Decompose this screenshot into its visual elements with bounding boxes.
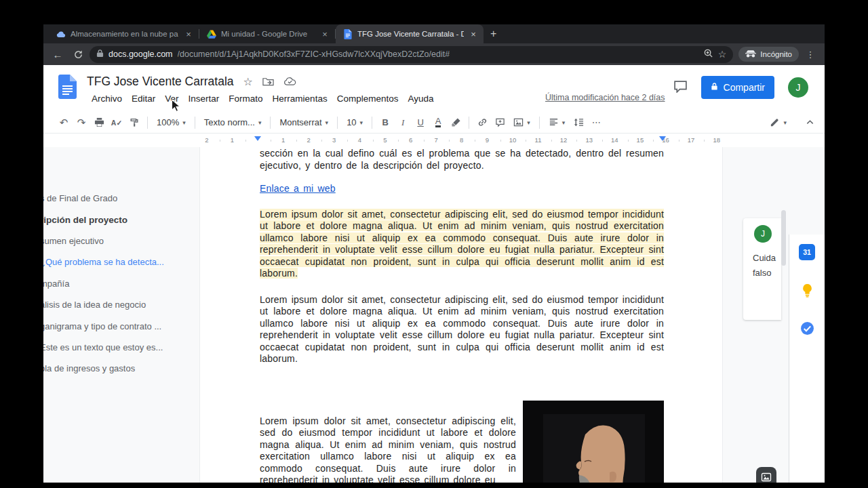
ruler-number: 13 [576, 134, 602, 147]
url-domain: docs.google.com [108, 49, 173, 59]
cloud-saved-icon[interactable] [283, 77, 296, 86]
ruler-number: 18 [704, 134, 730, 147]
comment-card[interactable]: J Cuida falso [743, 218, 781, 320]
tab-close-icon[interactable]: × [469, 29, 478, 39]
keep-icon[interactable] [799, 282, 815, 298]
comment-line: Cuida [753, 251, 781, 266]
paragraph-intro[interactable]: sección en la cual defino cuál es el pro… [260, 148, 664, 171]
add-comment-icon[interactable] [492, 115, 508, 131]
menu-item[interactable]: Formato [224, 92, 267, 105]
spellcheck-icon[interactable]: A✓ [108, 115, 125, 131]
comment-text: Cuida falso [753, 251, 781, 281]
header-center: TFG Jose Vicente Carratala ☆ ArchivoEdit… [87, 73, 528, 105]
undo-icon[interactable]: ↶ [56, 115, 72, 131]
reload-button[interactable] [69, 45, 87, 63]
ruler-number: 14 [602, 134, 628, 147]
incognito-badge: Incógnito [738, 47, 799, 62]
tab-google-drive[interactable]: Mi unidad - Google Drive × [199, 24, 335, 43]
menu-item[interactable]: Complementos [332, 92, 403, 105]
docs-favicon-icon [342, 29, 353, 39]
editing-mode-select[interactable]: ▾ [766, 115, 791, 131]
tab-docs-active[interactable]: TFG Jose Vicente Carratala - D × [336, 24, 484, 43]
explore-button[interactable] [756, 467, 776, 483]
bookmark-star-icon[interactable]: ☆ [718, 49, 727, 60]
font-size-select[interactable]: 10▾ [342, 115, 367, 131]
align-select[interactable]: ▾ [545, 115, 570, 131]
ruler-number: 17 [678, 134, 704, 147]
drive-favicon-icon [206, 29, 216, 39]
tasks-icon[interactable] [799, 320, 815, 336]
collapse-toolbar-icon[interactable] [802, 115, 818, 131]
docs-logo-icon[interactable] [58, 75, 77, 99]
italic-button[interactable]: I [395, 115, 411, 131]
underline-button[interactable]: U [412, 115, 429, 131]
calendar-icon[interactable]: 31 [799, 244, 815, 260]
comments-icon[interactable] [673, 80, 688, 96]
left-indent-marker[interactable] [254, 136, 261, 141]
outline-item[interactable]: ganigrama y tipo de contrato ... [43, 315, 193, 336]
outline-item[interactable]: bla de ingresos y gastos [43, 358, 193, 379]
tab-close-icon[interactable]: × [320, 29, 330, 39]
wrapped-text[interactable]: Lorem ipsum dolor sit amet, consectetur … [260, 401, 516, 483]
menu-item[interactable]: Insertar [184, 92, 224, 105]
url-field[interactable]: docs.google.com/document/d/1Aj1AqkhD0Kof… [90, 46, 733, 63]
menu-item[interactable]: Ayuda [403, 92, 438, 105]
paint-format-icon[interactable] [126, 115, 142, 131]
move-folder-icon[interactable] [262, 77, 274, 86]
url-path: /document/d/1Aj1AqkhD0Kof3xF7ZIC-xHGsdw7… [178, 49, 450, 59]
outline-item[interactable]: ripción del proyecto [43, 209, 193, 230]
menu-item[interactable]: Editar [127, 92, 160, 105]
bold-button[interactable]: B [377, 115, 393, 131]
document-scrollbar[interactable] [781, 210, 786, 266]
outline-item[interactable]: mpañía [43, 273, 193, 294]
highlight-color-button[interactable] [448, 115, 464, 131]
outline-item[interactable]: sumen ejecutivo [43, 230, 193, 251]
tab-cloud-storage[interactable]: Almacenamiento en la nube pa × [49, 24, 199, 43]
share-button[interactable]: Compartir [701, 76, 774, 99]
insert-link-icon[interactable] [474, 115, 490, 131]
outline-item[interactable]: álisis de la idea de negocio [43, 294, 193, 315]
paragraph-plain[interactable]: Lorem ipsum dolor sit amet, consectetur … [260, 294, 664, 365]
print-icon[interactable] [91, 115, 107, 131]
ruler-number: 1 [220, 134, 245, 147]
zoom-select[interactable]: 100%▾ [153, 115, 190, 131]
menu-item[interactable]: Herramientas [268, 92, 332, 105]
address-bar: ← docs.google.com/document/d/1Aj1AqkhD0K… [43, 43, 825, 65]
ruler-number: 8 [449, 134, 475, 147]
ruler-number: 3 [321, 134, 347, 147]
back-button[interactable]: ← [49, 45, 66, 63]
text-color-button[interactable]: A [435, 117, 441, 127]
redo-icon[interactable]: ↷ [73, 115, 90, 131]
last-modified-link[interactable]: Última modificación hace 2 días [545, 93, 665, 102]
outline-item[interactable]: Este es un texto que estoy es... [43, 337, 193, 358]
outline-item[interactable]: ¿Qué problema se ha detecta... [43, 251, 193, 272]
ruler[interactable]: 21123456789101112131415161718 [43, 134, 825, 147]
browser-menu-icon[interactable]: ⋮ [802, 45, 819, 63]
more-tools-icon[interactable]: ⋯ [588, 115, 604, 131]
account-avatar[interactable]: J [788, 77, 808, 98]
paragraph-highlighted[interactable]: Lorem ipsum dolor sit amet, consectetur … [260, 209, 664, 280]
toolbar-separator [539, 117, 540, 129]
tab-strip: Almacenamiento en la nube pa × Mi unidad… [43, 24, 825, 43]
insert-image-select[interactable]: ▾ [509, 115, 534, 131]
document-page[interactable]: sección en la cual defino cuál es el pro… [199, 147, 723, 483]
menu-item[interactable]: Archivo [87, 92, 127, 105]
right-indent-marker[interactable] [659, 136, 666, 141]
font-select[interactable]: Montserrat▾ [275, 115, 332, 131]
star-document-icon[interactable]: ☆ [243, 75, 253, 88]
tab-close-icon[interactable]: × [184, 29, 193, 39]
styles-select[interactable]: Texto norm...▾ [200, 115, 266, 131]
new-tab-button[interactable]: + [484, 28, 503, 40]
toolbar-separator [337, 117, 338, 129]
menu-bar: ArchivoEditarVerInsertarFormatoHerramien… [87, 92, 528, 105]
cloud-favicon-icon [56, 29, 66, 39]
browser-window: Almacenamiento en la nube pa × Mi unidad… [43, 24, 825, 483]
line-spacing-icon[interactable] [570, 115, 587, 131]
document-title[interactable]: TFG Jose Vicente Carratala [87, 75, 234, 89]
toolbar-separator [372, 117, 372, 129]
web-link[interactable]: Enlace a mi web [260, 183, 336, 194]
toolbar-separator [195, 117, 195, 129]
outline-item[interactable]: s de Final de Grado [43, 188, 193, 209]
zoom-icon[interactable] [703, 48, 713, 60]
portrait-image[interactable] [523, 401, 664, 483]
